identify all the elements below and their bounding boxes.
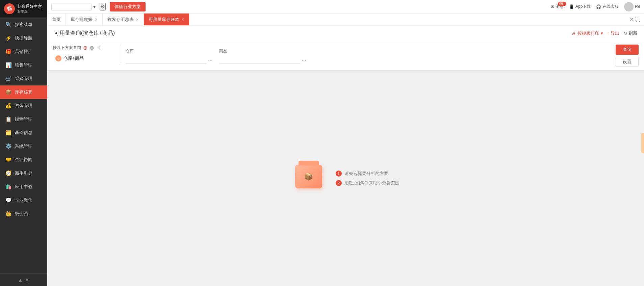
message-btn[interactable]: ✉ 消息 99+ — [551, 4, 564, 9]
window-expand-btn[interactable]: ⛶ — [635, 17, 641, 23]
sidebar-brand-name: 畅康通好生意 — [18, 4, 42, 9]
sidebar-item-search[interactable]: 🔍 搜索菜单 — [0, 18, 47, 31]
export-icon: ↑ — [607, 31, 610, 36]
sidebar-item-member[interactable]: 👑 畅会员 — [0, 207, 47, 220]
filter-action-btns: 查询 设置 — [616, 45, 639, 67]
page-actions: 🖨 按模板打印 ▾ ↑ 导出 ↻ 刷新 — [572, 30, 638, 36]
chat-icon: 💬 — [5, 197, 11, 203]
topbar-gear-btn[interactable]: ⚙ — [100, 3, 106, 10]
sidebar-item-label: 库存核算 — [15, 89, 32, 95]
sidebar-item-label: 经营管理 — [15, 116, 32, 122]
print-label: 按模板打印 — [577, 30, 599, 36]
tab-home[interactable]: 首页 — [47, 14, 66, 25]
handshake-icon: 🤝 — [5, 157, 11, 163]
online-service-label: 在线客服 — [602, 4, 619, 9]
tab-summary-close[interactable]: × — [136, 17, 139, 22]
sidebar-item-label: 企业微信 — [15, 197, 32, 203]
online-service-btn[interactable]: 🎧 在线客服 — [596, 4, 619, 9]
sidebar-item-enterprise[interactable]: 🤝 企业协同 — [0, 153, 47, 166]
hint-2-text: 用[过滤]条件来缩小分析范围 — [344, 180, 400, 186]
tab-available[interactable]: 可用量库存账本 × — [144, 14, 189, 25]
sidebar-item-wechat[interactable]: 💬 企业微信 — [0, 193, 47, 207]
filter-label-text: 按以下方案查询 — [53, 45, 81, 51]
compass-icon: 🧭 — [5, 170, 11, 176]
lightning-icon: ⚡ — [5, 35, 11, 41]
goods-input[interactable] — [219, 55, 300, 63]
tab-batch-close[interactable]: × — [95, 17, 98, 22]
sidebar-item-label: 企业协同 — [15, 157, 32, 163]
print-btn[interactable]: 🖨 按模板打印 ▾ — [572, 30, 603, 36]
user-avatar-btn[interactable]: Rit — [624, 2, 640, 11]
filter-fields: 仓库 ... 商品 ... 查询 设置 — [120, 45, 639, 67]
window-close-btn[interactable]: ✕ — [629, 16, 634, 23]
sidebar-item-label: 资金管理 — [15, 103, 32, 109]
sidebar-item-marketing[interactable]: 🎁 营销推广 — [0, 45, 47, 58]
chart-icon: 📊 — [5, 62, 11, 68]
sidebar-item-basic[interactable]: 🗂️ 基础信息 — [0, 126, 47, 139]
refresh-label: 刷新 — [628, 30, 637, 36]
empty-box-icon: 📦 — [295, 165, 322, 188]
app-download-btn[interactable]: 📱 App下载 — [569, 4, 591, 9]
goods-more-btn[interactable]: ... — [302, 56, 306, 62]
phone-icon: 📱 — [569, 4, 574, 9]
scroll-controls: ▲ ▼ — [3, 277, 44, 283]
empty-hints: 1 请先选择要分析的方案 2 用[过滤]条件来缩小分析范围 — [336, 171, 400, 186]
empty-illustration: 📦 — [292, 161, 326, 195]
topbar-search-area: ▾ — [51, 3, 96, 10]
filter-config-btn[interactable]: ⊛ — [89, 45, 94, 51]
message-badge: 99+ — [558, 2, 566, 6]
page-header: 可用量查询(按仓库+商品) 🖨 按模板打印 ▾ ↑ 导出 ↻ 刷新 — [47, 26, 644, 41]
filter-scheme-item[interactable]: ⊙ 仓库+商品 — [53, 54, 117, 63]
sidebar-item-sales[interactable]: 📊 销售管理 — [0, 58, 47, 72]
crown-icon: 👑 — [5, 211, 11, 217]
sidebar-item-label: 畅会员 — [15, 211, 28, 217]
sidebar-item-label: 采购管理 — [15, 76, 32, 82]
sidebar-item-label: 应用中心 — [15, 184, 32, 190]
warehouse-label: 仓库 — [126, 48, 212, 54]
clipboard-icon: 📋 — [5, 116, 11, 122]
filter-add-btn[interactable]: ⊕ — [83, 45, 87, 51]
box-face: 📦 — [304, 172, 313, 181]
sidebar-item-purchase[interactable]: 🛒 采购管理 — [0, 72, 47, 85]
export-label: 导出 — [611, 30, 619, 36]
sidebar-item-guide[interactable]: 🧭 新手引导 — [0, 166, 47, 180]
trial-btn[interactable]: 体验行业方案 — [110, 2, 146, 11]
sidebar-item-operation[interactable]: 📋 经营管理 — [0, 112, 47, 126]
tab-summary[interactable]: 收发存汇总表 × — [103, 14, 144, 25]
tab-batch[interactable]: 库存批次账 × — [66, 14, 103, 25]
cart-icon: 🛒 — [5, 76, 11, 82]
search-input[interactable] — [51, 3, 92, 10]
app-download-label: App下载 — [575, 4, 591, 9]
refresh-icon: ↻ — [623, 31, 627, 36]
filter-section-label: 按以下方案查询 ⊕ ⊛ 《 — [53, 45, 117, 51]
tab-available-close[interactable]: × — [181, 17, 184, 22]
sidebar-item-appstore[interactable]: 🛍️ 应用中心 — [0, 180, 47, 193]
sidebar-item-inventory[interactable]: 📦 库存核算 — [0, 85, 47, 99]
sidebar-item-system[interactable]: ⚙️ 系统管理 — [0, 139, 47, 153]
money-icon: 💰 — [5, 103, 11, 109]
refresh-btn[interactable]: ↻ 刷新 — [623, 30, 637, 36]
sidebar-brand-tag: 标准版 — [18, 9, 42, 14]
sidebar-item-shortcut[interactable]: ⚡ 快捷导航 — [0, 31, 47, 45]
scroll-up-btn[interactable]: ▲ — [18, 277, 23, 283]
query-btn[interactable]: 查询 — [616, 45, 639, 55]
tab-summary-label: 收发存汇总表 — [107, 17, 134, 23]
sidebar: 畅 畅康通好生意 标准版 🔍 搜索菜单 ⚡ 快捷导航 🎁 营销推广 📊 销售管理… — [0, 0, 47, 286]
sidebar-footer: ▲ ▼ — [0, 274, 47, 286]
sidebar-item-label: 基础信息 — [15, 130, 32, 136]
warehouse-more-btn[interactable]: ... — [208, 56, 212, 62]
tabbar: 首页 库存批次账 × 收发存汇总表 × 可用量库存账本 × ✕ ⛶ — [47, 14, 644, 26]
content-area: 可用量查询(按仓库+商品) 🖨 按模板打印 ▾ ↑ 导出 ↻ 刷新 — [47, 26, 644, 286]
sidebar-item-label: 系统管理 — [15, 143, 32, 149]
export-btn[interactable]: ↑ 导出 — [607, 30, 620, 36]
search-icon: 🔍 — [5, 22, 11, 28]
sidebar-logo: 畅 — [4, 3, 15, 14]
sidebar-item-label: 快捷导航 — [15, 35, 32, 41]
warehouse-input[interactable] — [126, 55, 207, 63]
username-label: Rit — [635, 4, 640, 9]
sidebar-item-finance[interactable]: 💰 资金管理 — [0, 99, 47, 112]
search-dropdown-btn[interactable]: ▾ — [93, 4, 96, 9]
settings-btn[interactable]: 设置 — [616, 57, 639, 67]
filter-collapse-btn[interactable]: 《 — [96, 45, 101, 51]
scroll-down-btn[interactable]: ▼ — [25, 277, 29, 283]
